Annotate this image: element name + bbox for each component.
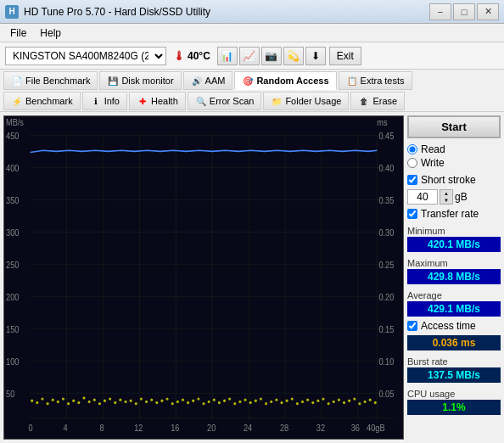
svg-point-87 — [213, 399, 216, 401]
average-label: Average — [407, 290, 501, 300]
tabs-container: 📄 File Benchmark 💾 Disk monitor 🔊 AAM 🎯 … — [0, 70, 504, 112]
stroke-value-input[interactable] — [407, 189, 438, 205]
svg-point-86 — [208, 401, 210, 403]
tabs-row-2: ⚡ Benchmark ℹ Info ✚ Health 🔍 Error Scan… — [3, 92, 501, 112]
write-radio-label[interactable]: Write — [407, 157, 501, 169]
close-button[interactable]: ✕ — [477, 3, 499, 20]
tab-random-access-label: Random Access — [256, 76, 328, 86]
access-time-value: 0.036 ms — [407, 335, 501, 350]
aam-icon: 🔊 — [191, 75, 203, 87]
svg-rect-0 — [4, 116, 403, 439]
average-value: 429.1 MB/s — [407, 301, 501, 317]
toolbar-icon-3[interactable]: 📷 — [261, 47, 282, 65]
tab-health-label: Health — [151, 96, 178, 106]
svg-point-77 — [160, 400, 163, 402]
svg-point-66 — [104, 400, 106, 402]
tab-error-scan[interactable]: 🔍 Error Scan — [188, 92, 262, 110]
folder-usage-icon: 📁 — [271, 95, 283, 107]
svg-point-118 — [374, 401, 377, 404]
svg-point-108 — [322, 397, 324, 400]
temperature-display: 🌡 40°C — [173, 49, 210, 63]
access-time-label: Access time — [421, 320, 476, 332]
tab-random-access[interactable]: 🎯 Random Access — [234, 71, 336, 90]
svg-point-117 — [369, 399, 372, 401]
svg-text:0.20: 0.20 — [378, 292, 394, 301]
toolbar-icon-group: 📊 📈 📷 💫 ⬇ — [217, 47, 326, 65]
stroke-row: ▲ ▼ gB — [407, 189, 501, 205]
toolbar-icon-5[interactable]: ⬇ — [305, 47, 326, 65]
maximum-value: 429.8 MB/s — [407, 269, 501, 284]
svg-text:28: 28 — [280, 423, 288, 433]
svg-point-82 — [187, 401, 189, 404]
tab-file-benchmark[interactable]: 📄 File Benchmark — [3, 71, 98, 90]
write-label: Write — [421, 157, 445, 169]
svg-text:200: 200 — [6, 292, 19, 301]
window-controls: − □ ✕ — [429, 3, 499, 20]
short-stroke-label[interactable]: Short stroke — [407, 174, 501, 186]
toolbar-icon-1[interactable]: 📊 — [217, 47, 238, 65]
svg-point-90 — [228, 397, 231, 400]
read-radio[interactable] — [407, 144, 417, 154]
svg-point-102 — [291, 397, 294, 400]
read-label: Read — [421, 143, 445, 155]
svg-point-100 — [280, 401, 283, 404]
maximum-block: Maximum 429.8 MB/s — [407, 255, 501, 284]
svg-point-70 — [125, 401, 127, 403]
menu-file[interactable]: File — [3, 25, 33, 41]
svg-point-81 — [182, 399, 184, 401]
tab-health[interactable]: ✚ Health — [129, 92, 186, 110]
write-radio[interactable] — [407, 158, 417, 168]
side-panel: Start Read Write Short stroke ▲ ▼ gB — [407, 115, 501, 440]
svg-point-111 — [338, 399, 340, 401]
cpu-value: 1.1% — [407, 400, 501, 415]
svg-text:400: 400 — [6, 163, 19, 172]
svg-point-84 — [197, 397, 199, 400]
svg-point-61 — [77, 401, 80, 404]
svg-point-93 — [244, 399, 247, 401]
svg-point-113 — [348, 400, 350, 402]
read-radio-label[interactable]: Read — [407, 143, 501, 155]
tab-extra-tests[interactable]: 📋 Extra tests — [339, 71, 412, 90]
tab-info-label: Info — [104, 96, 120, 106]
svg-text:12: 12 — [134, 423, 143, 433]
access-time-checkbox[interactable] — [407, 321, 417, 331]
tab-folder-usage[interactable]: 📁 Folder Usage — [263, 92, 349, 110]
maximize-button[interactable]: □ — [453, 3, 475, 20]
tab-erase-label: Erase — [372, 96, 397, 106]
svg-point-106 — [311, 401, 314, 404]
svg-text:ms: ms — [377, 118, 387, 127]
drive-select[interactable]: KINGSTON SA400M8240G (240 gB) — [5, 47, 166, 65]
stroke-up-button[interactable]: ▲ — [440, 190, 452, 197]
svg-text:0.25: 0.25 — [378, 260, 394, 269]
svg-text:250: 250 — [6, 260, 19, 269]
svg-point-109 — [328, 402, 330, 405]
transfer-rate-text: Transfer rate — [421, 208, 479, 220]
svg-point-83 — [192, 400, 194, 402]
tab-benchmark[interactable]: ⚡ Benchmark — [3, 92, 81, 110]
exit-button[interactable]: Exit — [329, 47, 361, 65]
tab-aam[interactable]: 🔊 AAM — [183, 71, 233, 90]
svg-point-101 — [286, 400, 288, 402]
stroke-down-button[interactable]: ▼ — [440, 197, 452, 204]
svg-text:0.30: 0.30 — [378, 227, 394, 237]
transfer-rate-label[interactable]: Transfer rate — [407, 208, 501, 220]
transfer-rate-checkbox[interactable] — [407, 209, 417, 219]
svg-point-94 — [249, 401, 252, 404]
toolbar-icon-4[interactable]: 💫 — [283, 47, 304, 65]
tab-info[interactable]: ℹ Info — [82, 92, 127, 110]
access-time-label-check[interactable]: Access time — [407, 320, 501, 332]
short-stroke-checkbox[interactable] — [407, 175, 417, 185]
tab-erase[interactable]: 🗑 Erase — [350, 92, 405, 110]
toolbar-icon-2[interactable]: 📈 — [239, 47, 260, 65]
svg-point-80 — [176, 401, 179, 403]
minimum-block: Minimum 420.1 MB/s — [407, 223, 501, 252]
tab-disk-monitor[interactable]: 💾 Disk monitor — [99, 71, 181, 90]
window-title: HD Tune Pro 5.70 - Hard Disk/SSD Utility — [24, 6, 429, 18]
start-button[interactable]: Start — [407, 115, 501, 138]
menu-help[interactable]: Help — [33, 25, 68, 41]
svg-point-57 — [57, 401, 59, 403]
minimize-button[interactable]: − — [429, 3, 451, 20]
maximum-label: Maximum — [407, 258, 501, 268]
burst-rate-value: 137.5 MB/s — [407, 367, 501, 383]
svg-point-54 — [41, 397, 43, 400]
